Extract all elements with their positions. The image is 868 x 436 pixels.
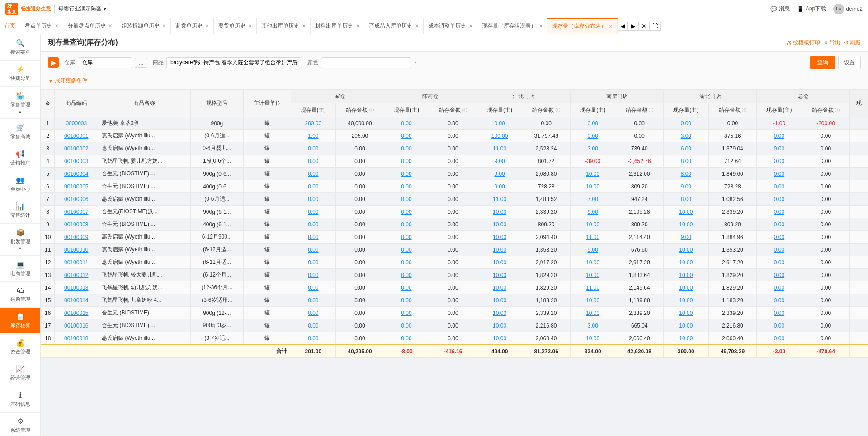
table-cell[interactable]: 10.00 [664,206,708,218]
table-cell[interactable]: 00100014 [55,294,98,307]
table-cell[interactable]: 8.00 [664,168,708,180]
table-cell[interactable]: 0.00 [291,142,335,155]
zong-amt-info-icon[interactable]: ⓘ [835,108,840,113]
table-cell[interactable]: 9.00 [571,206,615,218]
table-cell[interactable]: 0.00 [291,319,335,332]
tab-cailiaochu-close[interactable]: ✕ [356,23,359,28]
user-area[interactable]: Ea demo2 [833,4,863,14]
table-cell[interactable]: 0.00 [384,180,429,193]
table-cell[interactable]: 0.00 [384,307,429,319]
table-cell[interactable]: 0.00 [757,130,802,142]
table-cell[interactable]: 0.00 [384,269,429,281]
table-cell[interactable]: 00100008 [55,218,98,231]
table-cell[interactable]: 0.00 [757,168,802,180]
sidebar-item-system[interactable]: ⚙ 系统管理 [0,413,40,436]
table-cell[interactable]: 0.00 [384,206,429,218]
sidebar-item-finance[interactable]: 💰 资金管理 [0,334,40,360]
table-cell[interactable]: 0.00 [757,193,802,206]
table-cell[interactable]: 3.00 [571,142,615,155]
table-cell[interactable]: 0.00 [291,231,335,244]
table-cell[interactable]: 0.00 [291,281,335,294]
table-cell[interactable]: 0.00 [291,193,335,206]
table-cell[interactable]: 0.00 [384,281,429,294]
table-cell[interactable]: 10.00 [477,269,522,281]
table-cell[interactable]: 8.00 [664,193,708,206]
table-cell[interactable]: 10.00 [664,256,708,269]
tab-diaobodanhist[interactable]: 调拨单历史 ✕ [171,18,214,34]
store-selector[interactable]: 母婴行业演示陈套 ▾ [54,4,110,14]
sidebar-item-purchase[interactable]: 🛍 采购管理 [0,282,40,308]
table-cell[interactable]: 10.00 [477,231,522,244]
sidebar-item-marketing[interactable]: 📢 营销推广 [0,145,40,171]
table-cell[interactable]: 0.00 [664,117,708,130]
changjiajian-amt-info-icon[interactable]: ⓘ [369,108,374,113]
settings-btn[interactable]: 设置 [838,56,861,69]
table-cell[interactable]: 10.00 [477,256,522,269]
export-btn[interactable]: ⬇ 导出 [824,39,840,47]
table-cell[interactable]: 00100001 [55,130,98,142]
tab-zuzhechaichu[interactable]: 组装拆卸单历史 ✕ [117,18,171,34]
table-cell[interactable]: 0.00 [291,218,335,231]
table-cell[interactable]: 0.00 [291,244,335,256]
table-cell[interactable]: 0.00 [571,130,615,142]
table-cell[interactable]: 0.00 [291,332,335,345]
table-cell[interactable]: 10.00 [571,218,615,231]
sidebar-item-nav[interactable]: ⚡ 快捷导航 [0,61,40,87]
table-cell[interactable]: 00100005 [55,180,98,193]
nav-fullscreen-btn[interactable]: ⛶ [649,22,661,31]
table-cell[interactable]: 11.00 [571,231,615,244]
tab-chanchenpin-close[interactable]: ✕ [415,23,419,28]
table-cell[interactable]: 10.00 [571,294,615,307]
table-cell[interactable]: 10.00 [571,256,615,269]
table-cell[interactable]: 3.00 [664,130,708,142]
table-cell[interactable]: 11.00 [571,281,615,294]
tab-fenpandian-close[interactable]: ✕ [108,23,112,28]
expand-condition-btn[interactable]: ▼ 展开更多条件 [48,77,87,84]
table-cell[interactable]: 109.00 [477,130,522,142]
table-cell[interactable]: 10.00 [664,244,708,256]
tab-chengben-close[interactable]: ✕ [469,23,472,28]
table-cell[interactable]: 0.00 [291,269,335,281]
table-cell[interactable]: 200.00 [291,117,335,130]
message-btn[interactable]: 💬 消息 [770,5,790,13]
sidebar-item-member[interactable]: 👥 会员中心 [0,171,40,197]
table-cell[interactable]: 0.00 [757,269,802,281]
sidebar-item-search[interactable]: 🔍 搜索英单 [0,34,40,61]
table-cell[interactable]: 8.00 [664,155,708,168]
table-cell[interactable]: 0.00 [291,294,335,307]
product-input[interactable] [166,57,302,68]
tab-qitachuku[interactable]: 其他出库单历史 ✕ [257,18,311,34]
table-cell[interactable]: 0.00 [757,231,802,244]
table-cell[interactable]: 10.00 [477,319,522,332]
table-cell[interactable]: 00100018 [55,332,98,345]
sidebar-item-ecommerce[interactable]: 💻 电商管理 [0,256,40,282]
table-cell[interactable]: 0.00 [757,218,802,231]
sidebar-item-base[interactable]: ℹ 基础信息 [0,386,40,413]
tab-cailiaochu[interactable]: 材料出库单历史 ✕ [311,18,364,34]
table-cell[interactable]: 7.00 [571,193,615,206]
yubei-amt-info-icon[interactable]: ⓘ [742,108,746,113]
table-cell[interactable]: 0.00 [757,332,802,345]
table-cell[interactable]: 0.00 [291,180,335,193]
sidebar-item-retail-shop[interactable]: 🛒 零售商城 [0,119,40,145]
tab-xiancunqty2-close[interactable]: ✕ [609,24,613,29]
table-cell[interactable]: 10.00 [571,180,615,193]
table-cell[interactable]: 10.00 [477,281,522,294]
table-cell[interactable]: 00100016 [55,319,98,332]
sidebar-item-ops[interactable]: 📈 经营管理 [0,360,40,386]
table-cell[interactable]: 10.00 [477,294,522,307]
table-cell[interactable]: 0.00 [291,206,335,218]
table-cell[interactable]: 00100002 [55,142,98,155]
table-cell[interactable]: 00100007 [55,206,98,218]
table-cell[interactable]: 0.00 [384,294,429,307]
table-cell[interactable]: 0.00 [384,231,429,244]
table-cell[interactable]: 0.00 [757,307,802,319]
table-cell[interactable]: 00100009 [55,231,98,244]
table-cell[interactable]: 0.00 [757,244,802,256]
table-cell[interactable]: 9.00 [664,180,708,193]
table-cell[interactable]: 00100015 [55,307,98,319]
table-cell[interactable]: 9.00 [477,180,522,193]
tab-diaobodanhist-close[interactable]: ✕ [205,23,209,28]
table-cell[interactable]: 0.00 [477,117,522,130]
table-cell[interactable]: 0.00 [757,155,802,168]
